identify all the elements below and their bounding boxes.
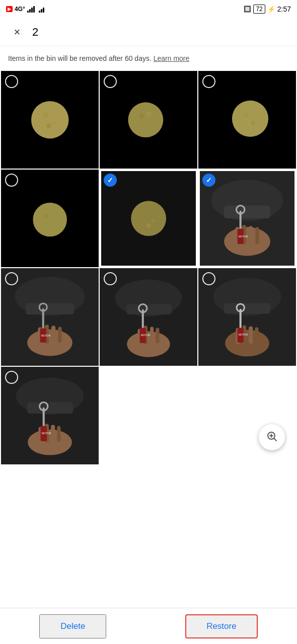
select-circle[interactable] (5, 174, 18, 187)
photo-cell[interactable]: MOTOR (198, 268, 296, 366)
close-icon: × (14, 26, 21, 39)
svg-rect-39 (58, 327, 61, 343)
svg-rect-38 (51, 326, 55, 344)
svg-point-10 (243, 112, 248, 117)
svg-point-6 (139, 114, 143, 118)
status-left: ▶ 4G° (6, 6, 44, 13)
svg-point-15 (51, 221, 55, 225)
svg-text:MOTOR: MOTOR (42, 432, 51, 435)
select-circle[interactable] (104, 272, 117, 285)
photo-cell[interactable] (1, 170, 99, 267)
svg-text:MOTOR: MOTOR (239, 235, 248, 238)
svg-rect-50 (150, 327, 154, 344)
svg-rect-63 (255, 327, 258, 343)
svg-point-13 (33, 203, 67, 237)
svg-point-14 (44, 214, 48, 218)
content-area: Items in the bin will be removed after 6… (0, 46, 297, 501)
svg-rect-51 (156, 328, 159, 343)
svg-point-12 (246, 122, 251, 127)
svg-point-35 (27, 330, 72, 356)
bottom-action-bar: Delete Restore (0, 608, 297, 644)
svg-point-4 (55, 114, 58, 117)
screen-icon: 🔲 (244, 6, 251, 13)
select-circle[interactable] (5, 272, 18, 285)
select-circle-checked[interactable] (104, 174, 117, 187)
svg-text:MOTOR: MOTOR (239, 333, 248, 336)
top-nav: × 2 (0, 18, 297, 46)
signal-bars-2 (39, 6, 44, 13)
svg-rect-58 (224, 303, 270, 313)
delete-button[interactable]: Delete (39, 614, 106, 638)
time-display: 2:57 (277, 5, 291, 13)
status-right: 🔲 72 ⚡ 2:57 (244, 5, 291, 14)
svg-point-0 (31, 101, 68, 138)
select-circle[interactable] (202, 272, 215, 285)
photo-cell[interactable]: MOTOR (1, 268, 99, 366)
status-bar: ▶ 4G° 🔲 72 ⚡ 2:57 (0, 0, 297, 18)
svg-rect-34 (26, 303, 74, 314)
battery-indicator: 72 (253, 5, 265, 14)
svg-rect-46 (126, 304, 172, 314)
svg-point-8 (145, 111, 152, 117)
learn-more-link[interactable]: Learn more (154, 54, 190, 62)
photo-cell[interactable]: MOTOR (1, 367, 99, 464)
photo-grid: MOTOR MOTOR (0, 71, 297, 464)
svg-rect-26 (249, 226, 253, 245)
info-text: Items in the bin will be removed after 6… (8, 54, 152, 62)
svg-point-16 (131, 201, 166, 236)
photo-cell-selected-key[interactable]: MOTOR (198, 170, 296, 267)
selection-count: 2 (32, 26, 38, 39)
svg-point-17 (141, 212, 147, 218)
svg-point-9 (232, 101, 268, 137)
select-circle[interactable] (104, 75, 117, 88)
youtube-icon: ▶ (6, 6, 13, 12)
svg-text:MOTOR: MOTOR (141, 334, 151, 337)
svg-point-19 (146, 223, 151, 227)
zoom-fab-button[interactable] (259, 424, 285, 450)
svg-rect-22 (224, 205, 270, 218)
svg-point-18 (152, 219, 155, 222)
photo-cell[interactable]: MOTOR (100, 268, 197, 366)
svg-rect-27 (255, 227, 259, 244)
svg-rect-70 (27, 402, 73, 413)
info-banner: Items in the bin will be removed after 6… (0, 46, 297, 71)
svg-point-7 (148, 123, 152, 126)
svg-point-5 (128, 102, 163, 137)
restore-button[interactable]: Restore (185, 614, 258, 638)
svg-line-81 (274, 438, 277, 441)
svg-rect-62 (249, 326, 253, 344)
select-circle[interactable] (5, 371, 18, 384)
svg-point-23 (224, 227, 270, 256)
zoom-icon (266, 430, 278, 445)
svg-rect-75 (57, 426, 60, 442)
photo-cell[interactable] (1, 71, 99, 169)
charging-icon: ⚡ (267, 6, 275, 13)
photo-cell[interactable] (100, 71, 197, 169)
svg-rect-74 (51, 425, 55, 442)
photo-cell-selected[interactable] (100, 170, 197, 267)
network-label: 4G° (15, 6, 25, 13)
select-circle[interactable] (5, 75, 18, 88)
signal-bars-1 (27, 6, 35, 13)
photo-cell[interactable] (198, 71, 296, 169)
svg-text:MOTOR: MOTOR (41, 334, 51, 337)
svg-point-1 (42, 112, 48, 118)
select-circle[interactable] (202, 75, 215, 88)
svg-point-3 (46, 123, 51, 128)
svg-point-2 (53, 121, 56, 124)
close-button[interactable]: × (8, 23, 26, 41)
select-circle-checked[interactable] (202, 174, 215, 187)
svg-point-11 (251, 121, 255, 124)
